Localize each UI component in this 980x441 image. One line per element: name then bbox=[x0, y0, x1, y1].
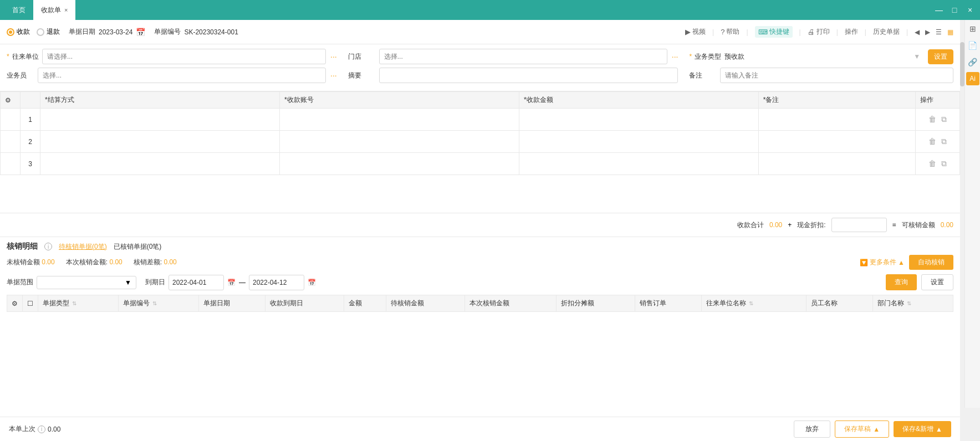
row2-account[interactable] bbox=[279, 131, 519, 153]
query-button[interactable]: 查询 bbox=[886, 274, 917, 290]
row1-copy-icon[interactable]: ⧉ bbox=[941, 115, 947, 124]
summary-input[interactable] bbox=[379, 68, 678, 83]
radio-refund-circle bbox=[37, 28, 44, 36]
nav-prev-icon[interactable]: ◀ bbox=[915, 28, 920, 36]
date-to-input[interactable] bbox=[249, 275, 304, 290]
salesperson-group: 业务员 ··· bbox=[7, 68, 337, 83]
radio-refund[interactable]: 退款 bbox=[37, 27, 60, 37]
tab-home-label: 首页 bbox=[12, 6, 25, 15]
wo-sales-col: 销售订单 bbox=[635, 295, 701, 312]
save-new-button[interactable]: 保存&新增 ▲ bbox=[894, 421, 951, 437]
close-button[interactable]: × bbox=[964, 4, 976, 16]
row3-delete-icon[interactable]: 🗑 bbox=[928, 159, 936, 168]
diff-value: 0.00 bbox=[164, 258, 176, 266]
range-dropdown[interactable]: ▼ bbox=[37, 276, 136, 289]
row3-copy-icon[interactable]: ⧉ bbox=[941, 159, 947, 168]
history-btn[interactable]: 历史单据 bbox=[873, 27, 900, 37]
remarks-input[interactable] bbox=[720, 68, 953, 83]
counterpart-input[interactable] bbox=[42, 49, 326, 64]
row3-note[interactable] bbox=[758, 153, 915, 175]
wo-type-col: 单据类型 ⇅ bbox=[38, 295, 119, 312]
video-btn[interactable]: ▶ 视频 bbox=[685, 27, 706, 37]
range-label: 单据范围 bbox=[7, 278, 33, 287]
form-row-2: 业务员 ··· 摘要 备注 bbox=[7, 68, 953, 83]
right-sidebar: ⊞ 📄 🔗 Ai bbox=[964, 20, 980, 408]
shortcut-label: 快捷键 bbox=[769, 27, 789, 37]
business-type-dropdown-icon[interactable]: ▼ bbox=[913, 53, 920, 60]
scroll-thumb[interactable] bbox=[960, 42, 964, 86]
store-more-icon[interactable]: ··· bbox=[672, 52, 678, 61]
operation-btn[interactable]: 操作 bbox=[845, 27, 858, 37]
calendar-icon[interactable]: 📅 bbox=[136, 28, 145, 37]
print-icon: 🖨 bbox=[808, 28, 815, 36]
wo-date-col: 单据日期 bbox=[198, 295, 265, 312]
row2-settlement[interactable] bbox=[40, 131, 280, 153]
nav-next-icon[interactable]: ▶ bbox=[925, 28, 930, 36]
writeoff-info-icon[interactable]: i bbox=[44, 243, 52, 250]
wo-gear-col[interactable]: ⚙ bbox=[7, 295, 23, 312]
save-draft-button[interactable]: 保存草稿 ▲ bbox=[835, 421, 889, 438]
row3-amount[interactable] bbox=[519, 153, 758, 175]
wo-check-col[interactable]: ☐ bbox=[23, 295, 38, 312]
tab-current[interactable]: 收款单 × bbox=[33, 0, 75, 20]
tab-close-icon[interactable]: × bbox=[64, 7, 68, 13]
tab-home[interactable]: 首页 bbox=[4, 0, 33, 20]
shortcut-btn[interactable]: ⌨ 快捷键 bbox=[755, 26, 793, 38]
salesperson-more-icon[interactable]: ··· bbox=[330, 71, 337, 80]
writeoff-settings-button[interactable]: 设置 bbox=[921, 274, 953, 290]
row1-settlement[interactable] bbox=[40, 109, 280, 131]
table-row: 2 🗑 ⧉ bbox=[1, 131, 960, 153]
number-field: 单据编号 SK-20230324-001 bbox=[154, 27, 238, 37]
auto-writeoff-button[interactable]: 自动核销 bbox=[909, 255, 953, 270]
more-conditions-btn[interactable]: 🔽 更多条件 ▲ bbox=[860, 258, 905, 267]
prev-info-icon[interactable]: i bbox=[38, 425, 45, 433]
table-settings-col[interactable]: ⚙ bbox=[1, 92, 21, 109]
grid-view-icon[interactable]: ▦ bbox=[947, 28, 953, 36]
wo-number-sort[interactable]: ⇅ bbox=[152, 300, 157, 306]
date-label: 单据日期 bbox=[69, 27, 95, 37]
maximize-button[interactable]: □ bbox=[949, 4, 960, 16]
form-settings-button[interactable]: 设置 bbox=[928, 49, 953, 64]
row2-delete-icon[interactable]: 🗑 bbox=[928, 137, 936, 146]
list-view-icon[interactable]: ☰ bbox=[936, 28, 942, 36]
row1-amount[interactable] bbox=[519, 109, 758, 131]
cash-discount-input[interactable] bbox=[831, 218, 887, 232]
remarks-group: 备注 bbox=[689, 68, 953, 83]
pending-tab[interactable]: 待核销单据(0笔) bbox=[59, 242, 107, 252]
wo-number-col: 单据编号 ⇅ bbox=[118, 295, 198, 312]
date-field: 单据日期 2023-03-24 📅 bbox=[69, 27, 145, 37]
row3-settlement[interactable] bbox=[40, 153, 280, 175]
sidebar-link-icon[interactable]: 🔗 bbox=[966, 55, 979, 69]
date-from-input[interactable] bbox=[169, 275, 224, 290]
sidebar-doc-icon[interactable]: 📄 bbox=[966, 39, 979, 52]
row1-account[interactable] bbox=[279, 109, 519, 131]
sidebar-table-icon[interactable]: ⊞ bbox=[966, 22, 979, 35]
row1-note[interactable] bbox=[758, 109, 915, 131]
abandon-button[interactable]: 放弃 bbox=[794, 421, 830, 438]
sep5: | bbox=[865, 28, 866, 36]
print-btn[interactable]: 🖨 打印 bbox=[808, 27, 830, 37]
help-btn[interactable]: ? 帮助 bbox=[721, 27, 739, 37]
row2-note[interactable] bbox=[758, 131, 915, 153]
sidebar-ai-icon[interactable]: Ai bbox=[966, 72, 979, 85]
diff-label: 核销差额: 0.00 bbox=[134, 258, 177, 267]
radio-receive[interactable]: 收款 bbox=[7, 27, 30, 37]
row2-amount[interactable] bbox=[519, 131, 758, 153]
form-section: * 往来单位 ··· 门店 ··· * 业务类型 预收款 bbox=[0, 44, 960, 91]
col-note: *备注 bbox=[758, 92, 915, 109]
calendar-from-icon[interactable]: 📅 bbox=[227, 279, 236, 286]
business-type-group: * 业务类型 预收款 ▼ 设置 bbox=[689, 49, 953, 64]
row3-account[interactable] bbox=[279, 153, 519, 175]
minimize-button[interactable]: — bbox=[933, 4, 945, 16]
salesperson-input[interactable] bbox=[38, 68, 326, 83]
operation-label: 操作 bbox=[845, 27, 858, 37]
window-controls: — □ × bbox=[933, 4, 976, 16]
counterpart-more-icon[interactable]: ··· bbox=[330, 52, 337, 61]
done-tab[interactable]: 已核销单据(0笔) bbox=[114, 242, 162, 252]
store-input[interactable] bbox=[379, 49, 667, 64]
row2-copy-icon[interactable]: ⧉ bbox=[941, 137, 947, 146]
uncancelled-value: 0.00 bbox=[42, 258, 54, 266]
row1-delete-icon[interactable]: 🗑 bbox=[928, 115, 936, 124]
wo-type-sort[interactable]: ⇅ bbox=[72, 300, 76, 306]
calendar-to-icon[interactable]: 📅 bbox=[308, 279, 316, 286]
